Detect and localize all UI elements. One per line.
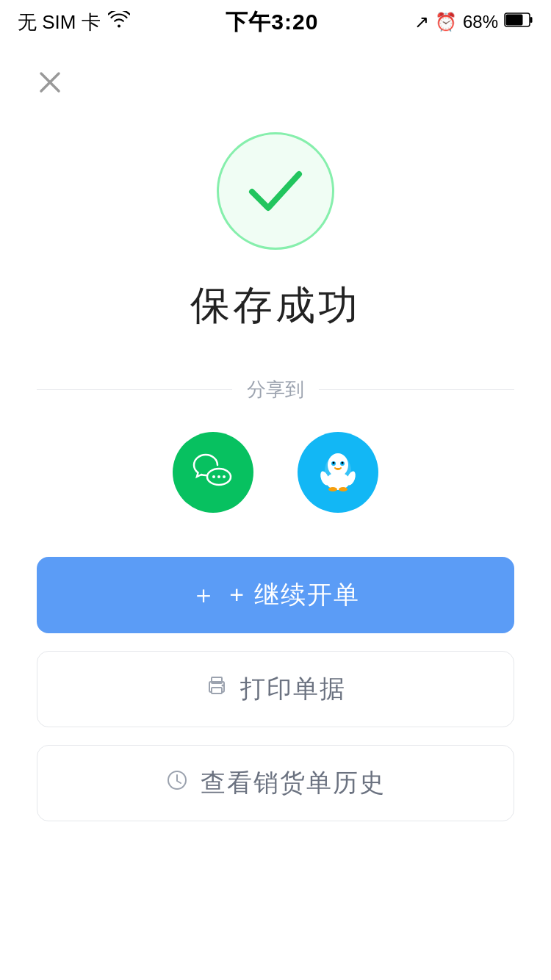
print-icon xyxy=(205,674,228,704)
svg-point-18 xyxy=(339,487,347,491)
share-icons-row xyxy=(37,432,514,513)
wechat-share-button[interactable] xyxy=(173,432,253,513)
continue-label: + 继续开单 xyxy=(229,578,359,612)
close-button[interactable] xyxy=(29,62,71,103)
status-left: 无 SIM 卡 xyxy=(18,10,130,35)
actions-section: ＋ + 继续开单 打印单据 查看销货单历史 xyxy=(37,557,514,821)
svg-point-15 xyxy=(333,462,335,464)
svg-rect-1 xyxy=(530,17,532,23)
battery-percent: 68% xyxy=(463,12,498,32)
share-label: 分享到 xyxy=(247,377,304,403)
svg-point-9 xyxy=(223,475,226,478)
location-icon: ↗ xyxy=(414,12,429,32)
svg-point-16 xyxy=(342,462,344,464)
continue-button[interactable]: ＋ + 继续开单 xyxy=(37,557,514,633)
print-label: 打印单据 xyxy=(240,672,346,706)
main-content: 保存成功 分享到 xyxy=(0,103,551,980)
svg-point-12 xyxy=(326,472,350,490)
svg-point-17 xyxy=(328,487,337,491)
alarm-icon: ⏰ xyxy=(435,12,457,32)
share-divider: 分享到 xyxy=(37,377,514,403)
share-section: 分享到 xyxy=(37,377,514,513)
svg-rect-23 xyxy=(212,688,222,693)
clock-icon xyxy=(165,768,189,798)
plus-icon: ＋ xyxy=(191,578,217,612)
divider-right xyxy=(319,389,514,390)
no-sim-text: 无 SIM 卡 xyxy=(18,10,101,35)
status-right: ↗ ⏰ 68% xyxy=(414,12,533,32)
svg-rect-2 xyxy=(505,15,522,26)
print-button[interactable]: 打印单据 xyxy=(37,651,514,727)
svg-point-8 xyxy=(217,475,220,478)
divider-left xyxy=(37,389,232,390)
status-time: 下午3:20 xyxy=(226,7,318,37)
status-bar: 无 SIM 卡 下午3:20 ↗ ⏰ 68% xyxy=(0,0,551,44)
history-button[interactable]: 查看销货单历史 xyxy=(37,745,514,821)
qq-share-button[interactable] xyxy=(298,432,378,513)
svg-point-7 xyxy=(212,475,215,478)
success-title: 保存成功 xyxy=(190,279,361,333)
close-row xyxy=(0,44,551,103)
battery-icon xyxy=(504,12,533,32)
success-icon-circle xyxy=(217,132,334,250)
history-label: 查看销货单历史 xyxy=(201,766,386,800)
svg-point-24 xyxy=(222,685,224,687)
wifi-icon xyxy=(108,11,130,34)
